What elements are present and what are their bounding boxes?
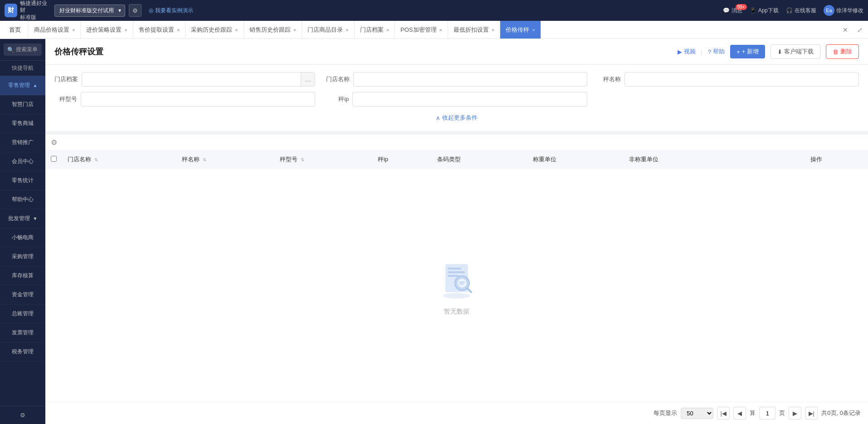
last-page-button[interactable]: ▶| (805, 407, 818, 419)
tab-close-icon[interactable]: × (72, 27, 75, 33)
scale-model-label: 秤型号 (54, 95, 77, 103)
sidebar-item-fund-manage[interactable]: 资金管理 (0, 285, 45, 304)
help-icon: ? (708, 48, 711, 55)
sidebar-item-retail-stats[interactable]: 零售统计 (0, 171, 45, 190)
tab-close-icon[interactable]: × (124, 27, 127, 33)
chevron-down-icon: ▼ (33, 216, 38, 221)
filter-row-2: 秤型号 秤ip (54, 92, 859, 106)
tab-min-discount[interactable]: 最低折扣设置 × (448, 21, 500, 39)
current-page-input[interactable] (759, 407, 775, 419)
sort-icon[interactable]: ⇅ (301, 157, 304, 162)
app-logo-icon: 财 (5, 4, 17, 17)
empty-state-icon (434, 255, 479, 300)
message-icon: 💬 (723, 7, 730, 14)
search-menu-button[interactable]: 🔍 搜索菜单 (4, 43, 42, 56)
tab-close-icon[interactable]: × (439, 27, 442, 33)
sidebar-search-area: 🔍 搜索菜单 (0, 39, 45, 61)
tab-home[interactable]: 首页 (2, 21, 29, 39)
tab-price-settings[interactable]: 商品价格设置 × (29, 21, 81, 39)
svg-rect-4 (448, 275, 459, 277)
tab-close-icon[interactable]: × (532, 27, 535, 33)
tab-purchase-history[interactable]: 采购历史价跟踪 × (185, 21, 244, 39)
tab-price-scale[interactable]: 价格传秤 × (500, 21, 541, 39)
delete-icon: 🗑 (833, 48, 839, 55)
sidebar-item-help-center[interactable]: 帮助中心 (0, 190, 45, 209)
store-name-input[interactable] (353, 72, 587, 87)
download-button[interactable]: ⬇ 客户端下载 (770, 44, 820, 59)
tab-close-icon[interactable]: × (293, 27, 296, 33)
sidebar-item-tax-manage[interactable]: 税务管理 (0, 342, 45, 361)
sidebar-item-purchase-manage[interactable]: 采购管理 (0, 247, 45, 266)
sidebar-quick-nav[interactable]: 快捷导航 (0, 61, 45, 76)
filter-row-1: 门店档案 … 门店名称 秤名称 (54, 72, 859, 87)
expand-tab-button[interactable]: ⤢ (853, 24, 866, 36)
sidebar-item-wholesale-manage[interactable]: 批发管理 ▼ (0, 209, 45, 228)
messages-button[interactable]: 💬 消息 99+ (723, 7, 742, 14)
delete-button[interactable]: 🗑 删除 (826, 44, 859, 59)
svg-rect-2 (448, 268, 461, 270)
settings-button[interactable]: ⚙ (129, 4, 141, 17)
app-download-button[interactable]: 📱 App下载 (750, 7, 779, 14)
sort-icon[interactable]: ⇅ (203, 157, 206, 162)
data-table: 门店名称 ⇅ 秤名称 ⇅ 秤型号 ⇅ 秤ip (45, 151, 868, 169)
store-archive-input[interactable] (82, 72, 301, 86)
tab-pos-manage[interactable]: POS加密管理 × (395, 21, 448, 39)
tab-purchase-strategy[interactable]: 进价策略设置 × (81, 21, 133, 39)
demo-button[interactable]: ◎ 我要看实例演示 (149, 7, 193, 14)
sidebar-item-smart-store[interactable]: 智慧门店 (0, 95, 45, 114)
col-non-weight-unit: 非称重单位 (624, 151, 805, 169)
user-menu-button[interactable]: Ea 徐泽华修改 (824, 5, 863, 16)
service-icon: 🎧 (786, 7, 793, 14)
table-header-row: 门店名称 ⇅ 秤名称 ⇅ 秤型号 ⇅ 秤ip (45, 151, 868, 169)
checkbox-header[interactable] (45, 151, 62, 169)
collapse-row: ∧ 收起更多条件 (54, 112, 859, 124)
sidebar-item-retail-manage[interactable]: 零售管理 ▲ (0, 76, 45, 95)
app-logo-text: 畅捷通好业财 标准版 (20, 0, 50, 21)
scale-name-input[interactable] (624, 72, 859, 87)
sidebar-item-xiaochangec[interactable]: 小畅电商 (0, 228, 45, 247)
next-page-button[interactable]: ▶ (789, 407, 801, 419)
version-selector[interactable]: 好业财标准版交付试用 ▾ (54, 5, 125, 17)
tab-sale-price[interactable]: 售价提取设置 × (133, 21, 185, 39)
tab-close-icon[interactable]: × (235, 27, 238, 33)
sort-icon[interactable]: ⇅ (94, 157, 98, 162)
tab-close-icon[interactable]: × (177, 27, 180, 33)
prev-page-button[interactable]: ◀ (733, 407, 746, 419)
online-service-button[interactable]: 🎧 在线客服 (786, 7, 816, 14)
sidebar-settings-button[interactable]: ⚙ (0, 406, 45, 424)
page-size-label: 每页显示 (653, 409, 677, 417)
video-link[interactable]: ▶ 视频 (678, 48, 696, 56)
sidebar-item-marketing[interactable]: 营销推广 (0, 133, 45, 152)
close-tab-button[interactable]: ✕ (839, 24, 852, 36)
table-settings-icon[interactable]: ⚙ (51, 138, 57, 147)
content-area: 价格传秤设置 ▶ 视频 | ? 帮助 + + 新增 ⬇ 客户端下载 (45, 39, 868, 424)
tab-sale-history[interactable]: 销售历史价跟踪 × (244, 21, 302, 39)
filter-store-archive: 门店档案 … (54, 72, 315, 87)
store-archive-browse-button[interactable]: … (301, 72, 315, 86)
chevron-up-icon: ▲ (33, 83, 38, 88)
page-label: 页 (779, 409, 785, 417)
collapse-button[interactable]: ∧ 收起更多条件 (436, 114, 478, 122)
select-all-checkbox[interactable] (51, 156, 57, 162)
scale-model-input[interactable] (81, 92, 315, 106)
sidebar-item-inventory[interactable]: 库存核算 (0, 266, 45, 285)
tab-store-catalog[interactable]: 门店商品目录 × (302, 21, 354, 39)
tab-store-archive[interactable]: 门店档案 × (355, 21, 395, 39)
total-info: 共0页, 0条记录 (821, 409, 861, 417)
tab-close-icon[interactable]: × (386, 27, 389, 33)
help-link[interactable]: ? 帮助 (708, 48, 725, 56)
add-button[interactable]: + + 新增 (730, 45, 765, 58)
col-scale-ip: 秤ip (372, 151, 432, 169)
scale-ip-input[interactable] (352, 92, 587, 106)
user-avatar: Ea (824, 5, 834, 16)
sidebar-item-member-center[interactable]: 会员中心 (0, 152, 45, 171)
plus-icon: + (736, 48, 740, 55)
first-page-button[interactable]: |◀ (717, 407, 730, 419)
sidebar-item-account-manage[interactable]: 总账管理 (0, 304, 45, 323)
sidebar-item-invoice-manage[interactable]: 发票管理 (0, 323, 45, 342)
sidebar-item-retail-mall[interactable]: 零售商城 (0, 114, 45, 133)
tab-close-icon[interactable]: × (492, 27, 494, 33)
filter-area: 门店档案 … 门店名称 秤名称 秤型号 (45, 65, 868, 131)
page-size-select[interactable]: 50 10 20 100 (681, 408, 713, 419)
tab-close-icon[interactable]: × (346, 27, 348, 33)
